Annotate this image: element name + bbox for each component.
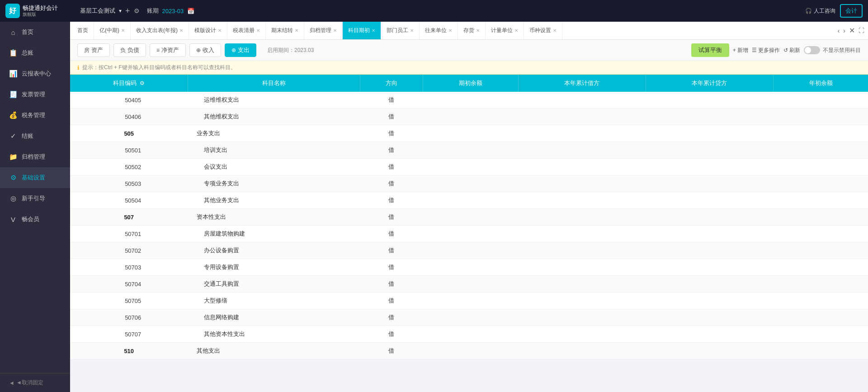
tab-expand[interactable]: ⛶ — [857, 27, 866, 34]
table-row[interactable]: 510 其他支出 借 — [70, 343, 868, 359]
table-row[interactable]: 50705 大型修缮 借 — [70, 293, 868, 309]
table-row[interactable]: 505 业务支出 借 — [70, 125, 868, 142]
tab-period_end[interactable]: 期末结转 ✕ — [266, 22, 304, 39]
cell-ytd-debit — [518, 175, 646, 192]
tab-close-inventory[interactable]: ✕ — [476, 28, 480, 33]
sidebar-icon-member: V — [9, 216, 17, 223]
tab-department[interactable]: 部门员工 ✕ — [381, 22, 420, 39]
tab-scroll-right[interactable]: › — [841, 27, 847, 34]
table-row[interactable]: 50706 信息网络购建 借 — [70, 309, 868, 326]
sub-tab-liability[interactable]: 负 负债 — [113, 43, 146, 57]
sidebar-icon-home: ⌂ — [9, 28, 17, 36]
sidebar-item-invoice[interactable]: 🧾 发票管理 — [0, 84, 70, 105]
table-row[interactable]: 50503 专项业务支出 借 — [70, 175, 868, 192]
sub-tab-expense[interactable]: ⊕ 支出 — [225, 43, 256, 57]
table-row[interactable]: 50704 交通工具购置 借 — [70, 276, 868, 293]
tab-close-unit[interactable]: ✕ — [514, 28, 518, 33]
col-ytd-credit: 本年累计贷方 — [646, 75, 773, 92]
balance-button[interactable]: 试算平衡 — [691, 43, 729, 57]
tab-balance_mid[interactable]: 亿(中期) ✕ — [94, 22, 131, 39]
tab-close-period_end[interactable]: ✕ — [295, 28, 298, 33]
sidebar-item-home[interactable]: ⌂ 首页 — [0, 22, 70, 43]
tab-close-tax[interactable]: ✕ — [256, 28, 260, 33]
table-row[interactable]: 50707 其他资本性支出 借 — [70, 326, 868, 343]
sidebar-label-guide: 新手引导 — [22, 194, 45, 203]
tab-close-department[interactable]: ✕ — [410, 28, 414, 33]
sub-tab-income2[interactable]: ⊕ 收入 — [189, 43, 221, 57]
sidebar-icon-tax: 💰 — [9, 111, 17, 119]
tab-tax[interactable]: 税表清册 ✕ — [227, 22, 266, 39]
cell-code: 50706 — [70, 309, 188, 326]
tab-subject_period[interactable]: 科目期初 ✕ — [343, 22, 381, 39]
sidebar-item-tax[interactable]: 💰 税务管理 — [0, 105, 70, 126]
cell-direction: 借 — [360, 175, 423, 192]
tab-home[interactable]: 首页 — [72, 22, 94, 39]
settings-icon[interactable]: ⚙ — [134, 7, 140, 14]
tab-unit[interactable]: 计量单位 ✕ — [486, 22, 524, 39]
tab-close-balance_mid[interactable]: ✕ — [121, 28, 125, 33]
cell-name: 运维维权支出 — [188, 92, 360, 109]
cell-ytd-credit — [646, 242, 773, 259]
table-row[interactable]: 507 资本性支出 借 — [70, 209, 868, 226]
sidebar-item-guide[interactable]: ◎ 新手引导 — [0, 188, 70, 209]
tab-close-template[interactable]: ✕ — [218, 28, 222, 33]
more-button[interactable]: ☰ 更多操作 — [752, 47, 780, 54]
tab-scroll-left[interactable]: ‹ — [836, 27, 842, 34]
subjects-table: 科目编码 ⚙ 科目名称 方向 期初余额 本年累计借方 本年累计贷方 年初余额 5… — [70, 75, 868, 359]
tab-archive[interactable]: 归档管理 ✕ — [304, 22, 343, 39]
sub-tab-asset[interactable]: 房 资产 — [77, 43, 110, 57]
col-settings-icon[interactable]: ⚙ — [140, 80, 145, 86]
sidebar-item-member[interactable]: V 畅会员 — [0, 209, 70, 230]
tab-close-subject_period[interactable]: ✕ — [372, 28, 375, 33]
tab-counterpart[interactable]: 往来单位 ✕ — [420, 22, 458, 39]
cell-opening — [423, 92, 519, 109]
sidebar-collapse-btn[interactable]: ◄ ◄取消固定 — [0, 373, 70, 392]
cell-ytd-credit — [646, 293, 773, 309]
table-row[interactable]: 50702 办公设备购置 借 — [70, 242, 868, 259]
sidebar-item-reports[interactable]: 📊 云报表中心 — [0, 63, 70, 84]
sidebar-item-archive[interactable]: 📁 归档管理 — [0, 146, 70, 167]
col-opening: 期初余额 — [423, 75, 519, 92]
cell-opening — [423, 226, 519, 242]
table-row[interactable]: 50502 会议支出 借 — [70, 159, 868, 175]
add-button[interactable]: + 新增 — [733, 47, 748, 54]
cell-code: 50504 — [70, 192, 188, 209]
tab-close-income[interactable]: ✕ — [179, 28, 183, 33]
table-row[interactable]: 50504 其他业务支出 借 — [70, 192, 868, 209]
cell-name: 大型修缮 — [188, 293, 360, 309]
cell-name: 专项业务支出 — [188, 175, 360, 192]
table-row[interactable]: 50703 专用设备购置 借 — [70, 259, 868, 276]
sidebar-item-settlement[interactable]: ✓ 结账 — [0, 126, 70, 146]
refresh-button[interactable]: ↺ 刷新 — [783, 47, 800, 54]
tab-label-department: 部门员工 — [387, 27, 408, 34]
cell-code: 50701 — [70, 226, 188, 242]
calendar-icon[interactable]: 📅 — [187, 8, 194, 14]
table-row[interactable]: 50701 房屋建筑物购建 借 — [70, 226, 868, 242]
tab-currency[interactable]: 币种设置 ✕ — [524, 22, 562, 39]
disabled-toggle[interactable] — [804, 46, 820, 54]
tab-income[interactable]: 收入支出表(年报) ✕ — [131, 22, 189, 39]
col-code: 科目编码 ⚙ — [70, 75, 188, 92]
tab-close-currency[interactable]: ✕ — [553, 28, 557, 33]
cell-ytd-debit — [518, 293, 646, 309]
tab-close-counterpart[interactable]: ✕ — [448, 28, 452, 33]
tab-close-archive[interactable]: ✕ — [333, 28, 337, 33]
sidebar-item-settings[interactable]: ⚙ 基础设置 — [0, 167, 70, 188]
sidebar-item-ledger[interactable]: 📋 总账 — [0, 43, 70, 63]
tab-close-all[interactable]: ✕ — [847, 26, 857, 35]
table-row[interactable]: 50405 运维维权支出 借 — [70, 92, 868, 109]
cell-direction: 借 — [360, 242, 423, 259]
company-dropdown[interactable]: ▾ — [119, 8, 122, 14]
accounting-mode-button[interactable]: 会计 — [840, 4, 863, 18]
sub-tab-net_asset[interactable]: ≡ 净资产 — [150, 43, 186, 57]
table-row[interactable]: 50406 其他维权支出 借 — [70, 109, 868, 125]
tab-inventory[interactable]: 存货 ✕ — [458, 22, 486, 39]
add-company-btn[interactable]: + — [125, 6, 130, 16]
tab-template[interactable]: 模版设计 ✕ — [189, 22, 227, 39]
company-name: 基层工会测试 — [80, 7, 115, 15]
cell-direction: 借 — [360, 276, 423, 293]
cell-ytd-debit — [518, 125, 646, 142]
period-info: 启用期间：2023.03 — [267, 47, 314, 54]
support-button[interactable]: 🎧 人工咨询 — [805, 7, 835, 15]
table-row[interactable]: 50501 培训支出 借 — [70, 142, 868, 159]
